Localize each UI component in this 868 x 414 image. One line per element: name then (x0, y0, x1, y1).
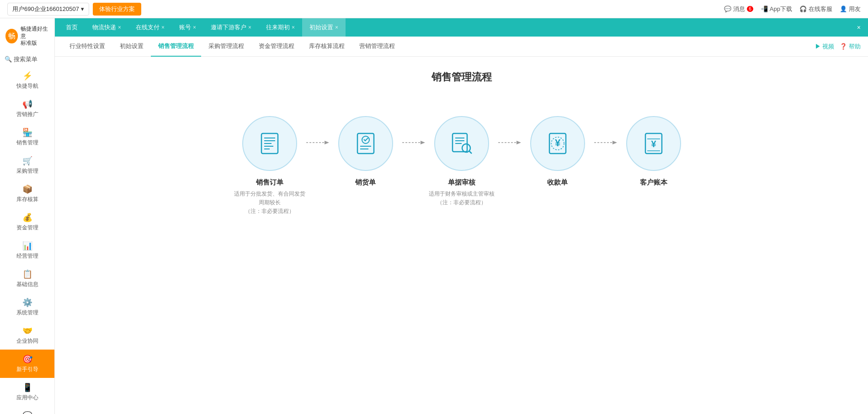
tab-initial-setup[interactable]: 初始设置 × (302, 18, 346, 37)
headset-icon: 🎧 (799, 5, 807, 12)
tab-initial-setup-label: 初始设置 (309, 23, 333, 32)
page-title: 销售管理流程 (73, 70, 850, 84)
tab-invite-downstream[interactable]: 邀请下游客户 × (203, 18, 259, 37)
user-avatar-link[interactable]: 👤 用友 (840, 5, 861, 13)
sidebar-item-finance-mgmt[interactable]: 💰 资金管理 (0, 208, 54, 236)
help-link[interactable]: ❓ 帮助 (840, 42, 861, 51)
svg-text:¥: ¥ (554, 137, 560, 149)
tab-home-label: 首页 (66, 23, 78, 32)
wechat-icon: 💬 (22, 411, 32, 414)
sidebar-item-label: 企业协同 (16, 337, 38, 345)
flow-arrow-2 (402, 116, 425, 147)
sidebar-item-inventory[interactable]: 📦 库存核算 (0, 180, 54, 208)
avatar-icon: 👤 (840, 5, 847, 12)
app-center-icon: 📱 (22, 382, 32, 393)
finance-icon: 💰 (22, 212, 32, 223)
download-icon: 📲 (761, 5, 768, 12)
flow-arrow-4 (594, 116, 617, 147)
sub-tab-initial-setup[interactable]: 初始设置 (112, 37, 151, 57)
flow-item-customer-ledger[interactable]: ¥ 客户账本 (617, 116, 690, 190)
tab-online-pay[interactable]: 在线支付 × (128, 18, 172, 37)
sub-tab-marketing-flow[interactable]: 营销管理流程 (352, 37, 402, 57)
sidebar-item-label: 资金管理 (16, 224, 38, 232)
sidebar-item-sales-mgmt[interactable]: 🏪 销售管理 (0, 123, 54, 151)
nav-tabs: 首页 物流快递 × 在线支付 × 账号 × 邀请下游客户 × 往来期初 × (55, 18, 868, 37)
app-download-link[interactable]: 📲 App下载 (761, 5, 792, 13)
sub-tab-purchase-flow[interactable]: 采购管理流程 (201, 37, 251, 57)
logo-text: 畅捷通好生意 标准版 (21, 26, 49, 47)
search-icon: 🔍 (5, 56, 12, 63)
tab-invite-close[interactable]: × (248, 24, 251, 31)
sidebar-item-system-mgmt[interactable]: ⚙️ 系统管理 (0, 293, 54, 321)
nav-close-all[interactable]: × (853, 24, 864, 31)
tab-account[interactable]: 账号 × (172, 18, 203, 37)
sidebar-item-label: 销售管理 (16, 139, 38, 147)
trial-button[interactable]: 体验行业方案 (93, 3, 141, 16)
flow-item-sales-invoice[interactable]: 销货单 (329, 116, 402, 190)
sidebar-item-marketing-promo[interactable]: 📢 营销推广 (0, 95, 54, 123)
svg-marker-7 (325, 141, 329, 144)
flow-label-sales-invoice: 销货单 (355, 178, 376, 187)
sub-tab-inventory-flow[interactable]: 库存核算流程 (302, 37, 352, 57)
sidebar-item-purchase-mgmt[interactable]: 🛒 采购管理 (0, 151, 54, 180)
tab-invite-label: 邀请下游客户 (211, 23, 246, 32)
sidebar-item-label: 经营管理 (16, 252, 38, 260)
user-selector-text: 用户690企业1660120507 (12, 5, 79, 13)
svg-text:¥: ¥ (651, 139, 656, 149)
flow-circle-document-review (434, 116, 489, 171)
tab-logistics-label: 物流快递 (92, 23, 116, 32)
sales-icon: 🏪 (22, 127, 32, 138)
tab-account-label: 账号 (179, 23, 191, 32)
online-service-link[interactable]: 🎧 在线客服 (799, 5, 832, 13)
flow-item-sales-order[interactable]: 销售订单 适用于分批发货、有合同发货周期较长（注：非必要流程） (233, 116, 306, 216)
sidebar: 畅 畅捷通好生意 标准版 🔍 搜索菜单 ⚡ 快捷导航 📢 营销推广 🏪 销售管理… (0, 18, 55, 414)
top-bar-left: 用户690企业1660120507 ▾ 体验行业方案 (7, 3, 141, 16)
svg-line-19 (469, 151, 472, 154)
top-bar: 用户690企业1660120507 ▾ 体验行业方案 💬 消息 6 📲 App下… (0, 0, 868, 18)
sidebar-item-label: 营销推广 (16, 111, 38, 118)
marketing-icon: 📢 (22, 99, 32, 109)
tab-home[interactable]: 首页 (59, 18, 85, 37)
svg-marker-21 (517, 141, 521, 144)
sidebar-item-basic-info[interactable]: 📋 基础信息 (0, 265, 54, 293)
flow-circle-customer-ledger: ¥ (626, 116, 681, 171)
play-icon: ▶ (815, 43, 821, 50)
flow-label-document-review: 单据审核 (448, 178, 475, 187)
sidebar-item-label: 应用中心 (16, 394, 38, 402)
tab-account-close[interactable]: × (193, 24, 196, 31)
sidebar-item-label: 新手引导 (16, 366, 38, 373)
sub-tab-capital-flow[interactable]: 资金管理流程 (251, 37, 302, 57)
tab-period-init[interactable]: 往来期初 × (259, 18, 302, 37)
tab-logistics[interactable]: 物流快递 × (85, 18, 128, 37)
operations-icon: 📊 (22, 241, 32, 251)
purchase-icon: 🛒 (22, 156, 32, 166)
sidebar-item-newbie-guide[interactable]: 🎯 新手引导 (0, 350, 54, 378)
sidebar-item-operations-mgmt[interactable]: 📊 经营管理 (0, 236, 54, 265)
tab-online-pay-close[interactable]: × (161, 24, 165, 31)
main-area: 首页 物流快递 × 在线支付 × 账号 × 邀请下游客户 × 往来期初 × (55, 18, 868, 414)
tab-initial-setup-close[interactable]: × (335, 24, 338, 31)
search-menu[interactable]: 🔍 搜索菜单 (0, 53, 54, 66)
user-name-label: 用友 (849, 5, 861, 13)
message-icon: 💬 (724, 5, 731, 12)
sub-tab-sales-flow[interactable]: 销售管理流程 (151, 37, 201, 57)
system-icon: ⚙️ (22, 297, 32, 308)
sidebar-item-app-center[interactable]: 📱 应用中心 (0, 378, 54, 406)
video-link[interactable]: ▶ 视频 (815, 42, 835, 51)
flow-arrow-3 (498, 116, 521, 147)
sub-tabs: 行业特性设置 初始设置 销售管理流程 采购管理流程 资金管理流程 库存核算流程 … (55, 37, 868, 57)
sidebar-item-enterprise-collab[interactable]: 🤝 企业协同 (0, 321, 54, 350)
flow-item-document-review[interactable]: 单据审核 适用于财务审核或主管审核（注：非必要流程） (425, 116, 498, 207)
message-link[interactable]: 💬 消息 6 (724, 5, 753, 13)
sidebar-item-enterprise-wechat[interactable]: 💬 企业微信 (0, 406, 54, 414)
sidebar-item-quick-nav[interactable]: ⚡ 快捷导航 (0, 66, 54, 95)
flow-circle-sales-order (242, 116, 297, 171)
sidebar-item-label: 系统管理 (16, 309, 38, 317)
message-badge: 6 (747, 6, 753, 12)
tab-period-close[interactable]: × (292, 24, 295, 31)
tab-logistics-close[interactable]: × (118, 24, 121, 31)
flow-item-receipt[interactable]: ¥ 收款单 (521, 116, 594, 190)
sub-tab-industry-settings[interactable]: 行业特性设置 (62, 37, 112, 57)
top-bar-right: 💬 消息 6 📲 App下载 🎧 在线客服 👤 用友 (724, 5, 861, 13)
user-selector[interactable]: 用户690企业1660120507 ▾ (7, 3, 89, 16)
